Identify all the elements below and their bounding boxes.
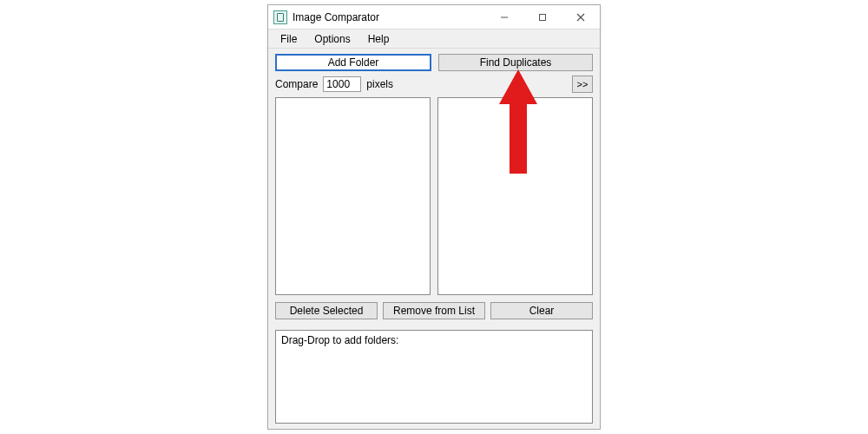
drop-area[interactable]: Drag-Drop to add folders: [275,330,593,424]
compare-input[interactable] [323,76,361,92]
close-button[interactable] [562,5,600,29]
find-duplicates-button[interactable]: Find Duplicates [438,54,593,71]
menu-help[interactable]: Help [359,31,398,47]
expand-button[interactable]: >> [572,76,593,93]
menu-options[interactable]: Options [306,31,358,47]
add-folder-button[interactable]: Add Folder [275,54,431,71]
drop-hint: Drag-Drop to add folders: [281,334,398,346]
pixels-label: pixels [366,78,393,90]
window-title: Image Comparator [293,11,485,23]
window-controls [485,5,600,29]
menubar: File Options Help [268,30,600,49]
app-icon [273,10,287,24]
minimize-button[interactable] [485,5,523,29]
compare-label: Compare [275,78,318,90]
app-window: Image Comparator File Options Help Add F… [267,4,601,430]
menu-file[interactable]: File [272,31,306,47]
panels-row [275,97,593,295]
right-panel[interactable] [437,97,593,295]
top-button-row: Add Folder Find Duplicates [275,54,593,71]
left-panel[interactable] [275,97,431,295]
clear-button[interactable]: Clear [490,302,593,319]
titlebar[interactable]: Image Comparator [268,5,600,30]
content-area: Add Folder Find Duplicates Compare pixel… [268,49,600,429]
bottom-button-row: Delete Selected Remove from List Clear [275,302,593,319]
svg-rect-1 [540,14,546,20]
remove-from-list-button[interactable]: Remove from List [383,302,485,319]
delete-selected-button[interactable]: Delete Selected [275,302,378,319]
maximize-button[interactable] [523,5,562,29]
compare-row: Compare pixels >> [275,75,593,94]
